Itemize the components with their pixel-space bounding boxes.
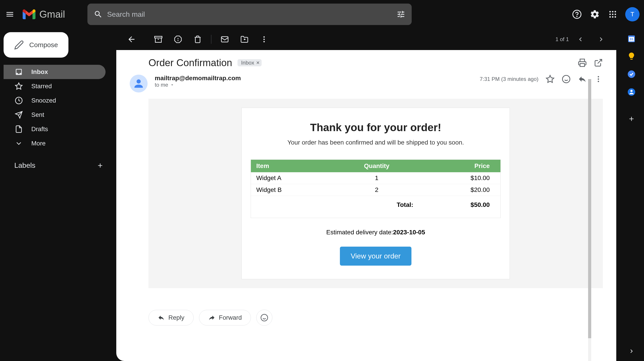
sidebar-item-inbox[interactable]: Inbox <box>4 65 106 79</box>
sidebar-item-starred[interactable]: Starred <box>4 79 106 93</box>
sidebar-item-label: Inbox <box>31 68 48 75</box>
sidebar-item-label: Sent <box>31 111 44 118</box>
message-time: 7:31 PM (3 minutes ago) <box>480 76 538 82</box>
spam-button[interactable] <box>169 30 187 48</box>
sidebar-item-snoozed[interactable]: Snoozed <box>4 93 106 108</box>
delivery-line: Estimated delivery date:2023-10-05 <box>251 229 501 236</box>
reply-icon-button[interactable] <box>578 75 587 83</box>
recipient-line[interactable]: to me <box>155 82 241 88</box>
search-icon[interactable] <box>94 10 103 19</box>
emoji-react-button[interactable] <box>562 75 571 83</box>
account-avatar[interactable]: T <box>625 7 640 21</box>
star-message-button[interactable] <box>546 75 554 83</box>
sender-avatar[interactable] <box>130 75 148 92</box>
open-new-window-button[interactable] <box>594 58 603 67</box>
header: Gmail T <box>0 0 644 28</box>
svg-point-26 <box>598 76 599 77</box>
remove-label-icon[interactable]: ✕ <box>256 60 260 65</box>
help-button[interactable] <box>572 9 582 20</box>
mail-icon <box>221 35 229 43</box>
toolbar-divider <box>211 35 211 44</box>
report-spam-icon <box>174 35 182 43</box>
sidebar-item-sent[interactable]: Sent <box>4 108 106 122</box>
search-options-icon[interactable] <box>396 10 406 19</box>
print-button[interactable] <box>578 58 587 67</box>
tasks-app-button[interactable] <box>627 70 636 79</box>
svg-point-9 <box>612 16 614 18</box>
get-addons-button[interactable] <box>627 114 636 123</box>
reply-arrow-icon <box>578 75 587 83</box>
forward-arrow-icon <box>208 314 215 321</box>
labels-section: Labels <box>4 161 113 170</box>
chevron-down-icon <box>14 139 23 148</box>
svg-point-2 <box>609 11 611 12</box>
reply-button[interactable]: Reply <box>148 310 194 326</box>
view-order-button[interactable]: View your order <box>340 247 412 266</box>
star-outline-icon <box>546 75 554 83</box>
svg-point-21 <box>137 79 141 83</box>
forward-button[interactable]: Forward <box>199 310 251 326</box>
side-panel: 31 <box>619 28 644 361</box>
back-button[interactable] <box>122 30 140 48</box>
svg-point-1 <box>577 16 577 16</box>
archive-icon <box>154 35 162 43</box>
svg-point-23 <box>562 75 570 83</box>
message-toolbar: 1 of 1 <box>116 28 616 50</box>
sidebar-item-more[interactable]: More <box>4 136 106 151</box>
clock-icon <box>14 96 23 105</box>
email-body: Thank you for your order! Your order has… <box>148 99 603 288</box>
newer-button[interactable] <box>572 30 590 48</box>
svg-marker-11 <box>16 83 22 89</box>
more-actions-button[interactable] <box>255 30 273 48</box>
order-subtitle: Your order has been confirmed and will b… <box>251 139 501 146</box>
menu-icon <box>5 10 14 19</box>
move-to-button[interactable] <box>236 30 253 48</box>
svg-point-8 <box>609 16 611 18</box>
mark-unread-button[interactable] <box>216 30 234 48</box>
scrollbar[interactable] <box>588 79 591 361</box>
calendar-app-button[interactable]: 31 <box>627 34 636 43</box>
older-button[interactable] <box>592 30 610 48</box>
svg-point-15 <box>178 40 178 41</box>
add-label-icon[interactable] <box>96 162 104 169</box>
delete-button[interactable] <box>189 30 206 48</box>
message-more-button[interactable] <box>594 75 603 83</box>
gmail-logo-icon <box>22 9 36 19</box>
svg-rect-20 <box>580 63 584 66</box>
total-row: Total: $50.00 <box>251 196 500 211</box>
apps-grid-icon <box>608 10 617 19</box>
draft-icon <box>14 125 23 134</box>
reply-arrow-icon <box>158 314 165 321</box>
contacts-icon <box>627 88 636 96</box>
order-table: Item Quantity Price Widget A 1 <box>251 160 500 211</box>
person-icon <box>132 77 145 90</box>
inbox-icon <box>14 67 23 76</box>
more-vertical-icon <box>260 35 268 43</box>
search-input[interactable] <box>107 10 392 18</box>
gmail-logo[interactable]: Gmail <box>22 9 65 20</box>
labels-title: Labels <box>14 161 35 170</box>
table-row: Widget B 2 $20.00 <box>251 184 500 196</box>
archive-button[interactable] <box>149 30 167 48</box>
settings-button[interactable] <box>590 9 600 20</box>
main-menu-button[interactable] <box>4 9 15 20</box>
keep-app-button[interactable] <box>627 52 636 61</box>
main-panel: 1 of 1 Order Confirmation Inbox <box>116 28 616 361</box>
svg-point-3 <box>612 11 614 12</box>
search-bar <box>88 3 412 25</box>
keep-icon <box>627 52 636 61</box>
hide-panel-button[interactable] <box>627 347 636 356</box>
contacts-app-button[interactable] <box>627 88 636 96</box>
apps-button[interactable] <box>607 9 618 20</box>
pagination-text: 1 of 1 <box>556 36 569 42</box>
svg-point-19 <box>264 41 265 42</box>
emoji-reaction-button[interactable] <box>256 310 272 326</box>
compose-button[interactable]: Compose <box>4 32 68 58</box>
print-icon <box>578 58 587 67</box>
scrollbar-thumb[interactable] <box>588 79 591 338</box>
svg-point-37 <box>630 90 632 92</box>
gear-icon <box>590 9 600 19</box>
sidebar-item-drafts[interactable]: Drafts <box>4 122 106 136</box>
label-chip[interactable]: Inbox ✕ <box>238 59 262 66</box>
svg-point-4 <box>614 11 616 12</box>
